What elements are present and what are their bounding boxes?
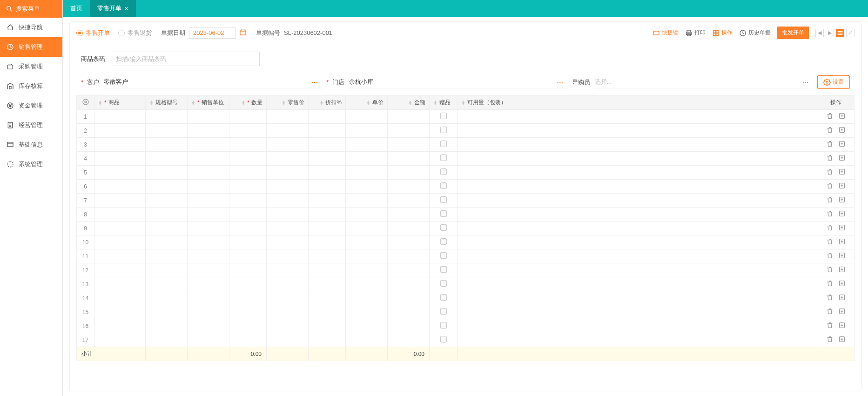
checkbox-icon[interactable] — [440, 210, 447, 217]
cell-discount[interactable] — [309, 138, 346, 152]
delete-row-button[interactable] — [826, 238, 834, 247]
cell-amount[interactable] — [388, 110, 430, 124]
print-button[interactable]: 打印 — [685, 29, 706, 37]
cell-qty[interactable] — [229, 277, 267, 291]
doc-date-input[interactable]: 2023-06-02 — [189, 27, 236, 39]
cell-amount[interactable] — [388, 249, 430, 263]
cell-amount[interactable] — [388, 333, 430, 347]
cell-retail[interactable] — [267, 194, 309, 208]
cell-product[interactable] — [94, 221, 146, 235]
cell-spec[interactable] — [146, 194, 188, 208]
cell-price[interactable] — [346, 319, 388, 333]
search-menu-button[interactable]: 搜索菜单 — [0, 0, 62, 18]
checkbox-icon[interactable] — [440, 113, 447, 119]
add-row-button[interactable] — [838, 238, 846, 247]
cell-product[interactable] — [94, 249, 146, 263]
cell-spec[interactable] — [146, 333, 188, 347]
guide-picker[interactable]: 选择... ··· — [594, 76, 813, 88]
cell-price[interactable] — [346, 235, 388, 249]
cell-amount[interactable] — [388, 166, 430, 180]
cell-discount[interactable] — [309, 319, 346, 333]
cell-price[interactable] — [346, 138, 388, 152]
add-row-button[interactable] — [838, 224, 846, 233]
cell-unit[interactable] — [188, 124, 229, 138]
cell-spec[interactable] — [146, 305, 188, 319]
cell-price[interactable] — [346, 152, 388, 166]
table-row[interactable]: 2 — [77, 124, 855, 138]
cell-price[interactable] — [346, 333, 388, 347]
cell-amount[interactable] — [388, 305, 430, 319]
barcode-input[interactable] — [111, 52, 260, 66]
table-row[interactable]: 11 — [77, 249, 855, 263]
cell-unit[interactable] — [188, 221, 229, 235]
cell-product[interactable] — [94, 277, 146, 291]
customer-picker[interactable]: 零散客户 ··· — [103, 76, 322, 88]
cell-qty[interactable] — [229, 291, 267, 305]
cell-product[interactable] — [94, 263, 146, 277]
delete-row-button[interactable] — [826, 196, 834, 205]
nav-item-1[interactable]: 销售管理 — [0, 37, 62, 57]
cell-gift[interactable] — [430, 291, 458, 305]
cell-amount[interactable] — [388, 152, 430, 166]
cell-qty[interactable] — [229, 249, 267, 263]
table-row[interactable]: 13 — [77, 277, 855, 291]
cell-spec[interactable] — [146, 249, 188, 263]
delete-row-button[interactable] — [826, 308, 834, 316]
checkbox-icon[interactable] — [440, 168, 447, 175]
col-stock[interactable]: ▲▼可用量（包装） — [458, 96, 817, 110]
tab-home[interactable]: 首页 — [63, 0, 90, 17]
cell-discount[interactable] — [309, 166, 346, 180]
cell-gift[interactable] — [430, 152, 458, 166]
col-price[interactable]: ▲▼单价 — [346, 96, 388, 110]
calendar-icon[interactable] — [239, 28, 247, 37]
cell-retail[interactable] — [267, 208, 309, 221]
cell-spec[interactable] — [146, 277, 188, 291]
cell-discount[interactable] — [309, 221, 346, 235]
delete-row-button[interactable] — [826, 210, 834, 219]
cell-qty[interactable] — [229, 235, 267, 249]
cell-product[interactable] — [94, 110, 146, 124]
pager-prev-button[interactable]: ◀ — [815, 29, 824, 37]
add-row-button[interactable] — [838, 322, 846, 330]
table-row[interactable]: 6 — [77, 180, 855, 194]
col-qty[interactable]: ▲▼*数量 — [229, 96, 267, 110]
cell-price[interactable] — [346, 277, 388, 291]
cell-qty[interactable] — [229, 319, 267, 333]
add-row-button[interactable] — [838, 126, 846, 135]
ellipsis-icon[interactable]: ··· — [309, 79, 321, 86]
cell-product[interactable] — [94, 333, 146, 347]
add-row-button[interactable] — [838, 196, 846, 205]
add-row-button[interactable] — [838, 182, 846, 191]
pager-list-button[interactable] — [836, 29, 844, 37]
cell-qty[interactable] — [229, 221, 267, 235]
cell-gift[interactable] — [430, 138, 458, 152]
cell-amount[interactable] — [388, 319, 430, 333]
cell-gift[interactable] — [430, 208, 458, 221]
nav-item-6[interactable]: 基础信息 — [0, 135, 62, 154]
checkbox-icon[interactable] — [440, 154, 447, 161]
delete-row-button[interactable] — [826, 336, 834, 344]
cell-price[interactable] — [346, 291, 388, 305]
delete-row-button[interactable] — [826, 224, 834, 233]
cell-qty[interactable] — [229, 166, 267, 180]
cell-qty[interactable] — [229, 194, 267, 208]
nav-item-0[interactable]: 快捷导航 — [0, 18, 62, 37]
cell-price[interactable] — [346, 166, 388, 180]
batch-order-button[interactable]: 批发开单 — [777, 27, 809, 39]
cell-spec[interactable] — [146, 263, 188, 277]
cell-discount[interactable] — [309, 277, 346, 291]
cell-amount[interactable] — [388, 194, 430, 208]
table-row[interactable]: 12 — [77, 263, 855, 277]
cell-qty[interactable] — [229, 152, 267, 166]
cell-price[interactable] — [346, 263, 388, 277]
cell-retail[interactable] — [267, 166, 309, 180]
delete-row-button[interactable] — [826, 252, 834, 261]
cell-gift[interactable] — [430, 221, 458, 235]
cell-unit[interactable] — [188, 291, 229, 305]
cell-spec[interactable] — [146, 319, 188, 333]
cell-product[interactable] — [94, 138, 146, 152]
cell-spec[interactable] — [146, 208, 188, 221]
cell-discount[interactable] — [309, 263, 346, 277]
table-row[interactable]: 1 — [77, 110, 855, 124]
cell-spec[interactable] — [146, 180, 188, 194]
